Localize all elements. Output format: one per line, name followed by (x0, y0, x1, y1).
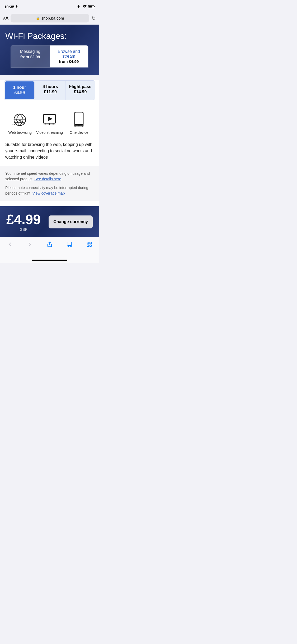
share-button[interactable] (43, 240, 57, 249)
tab-browse-label: Browse and stream (53, 49, 85, 59)
content-area: 1 hour £4.99 4 hours £11.99 Flight pass … (0, 80, 99, 206)
status-time: 10:35 (4, 4, 18, 9)
feature-video-streaming: Video streaming (35, 112, 64, 135)
location-icon (15, 5, 18, 8)
status-icons (77, 4, 95, 9)
package-tabs: Messaging from £2.99 Browse and stream f… (11, 45, 88, 68)
tabs-button[interactable] (82, 240, 96, 249)
url-bar[interactable]: 🔒 shop.ba.com (11, 14, 89, 22)
svg-point-15 (49, 123, 50, 125)
feature-one-device: One device (64, 112, 94, 135)
tab-browse[interactable]: Browse and stream from £4.99 (50, 45, 88, 67)
svg-rect-24 (89, 242, 91, 243)
duration-4hours-name: 4 hours (37, 84, 63, 89)
status-bar: 10:35 (0, 0, 99, 12)
tab-messaging-label: Messaging (14, 49, 46, 54)
see-details-link[interactable]: See details here (35, 177, 61, 181)
one-device-label: One device (70, 130, 88, 135)
purchase-bar: £4.99 GBP Change currency (0, 206, 99, 237)
duration-4hours-price: £11.99 (37, 90, 63, 94)
note-speed: Your internet speed varies depending on … (5, 171, 94, 182)
duration-flightpass-price: £14.99 (68, 90, 93, 94)
web-browsing-icon (11, 112, 29, 127)
bottom-nav (0, 237, 99, 254)
font-size-control[interactable]: AA (3, 16, 8, 21)
duration-4hours[interactable]: 4 hours £11.99 (35, 81, 65, 100)
svg-rect-1 (94, 6, 95, 7)
tab-browse-price: from £4.99 (53, 59, 85, 64)
features-row: Web browsing Video streaming (0, 105, 99, 139)
duration-flightpass[interactable]: Flight pass £14.99 (65, 81, 95, 100)
svg-rect-26 (89, 245, 91, 246)
refresh-button[interactable]: ↻ (91, 15, 96, 21)
forward-button[interactable] (23, 240, 37, 249)
svg-marker-13 (48, 117, 53, 121)
svg-point-11 (16, 124, 17, 125)
svg-rect-25 (87, 245, 88, 246)
airplane-icon (77, 4, 81, 9)
price-amount: £4.99 (6, 213, 41, 226)
svg-point-10 (14, 124, 15, 125)
battery-icon (88, 5, 95, 8)
video-streaming-icon (40, 112, 59, 127)
duration-selector: 1 hour £4.99 4 hours £11.99 Flight pass … (4, 80, 95, 100)
svg-rect-19 (75, 112, 83, 125)
web-browsing-label: Web browsing (8, 130, 32, 135)
duration-1hour-name: 1 hour (7, 85, 32, 90)
home-indicator (0, 254, 99, 263)
wifi-icon (82, 5, 87, 8)
video-streaming-label: Video streaming (36, 130, 63, 135)
svg-point-9 (13, 124, 13, 125)
lock-icon: 🔒 (36, 16, 40, 20)
page-title: Wi-Fi Packages: (5, 31, 94, 41)
package-description: Suitable for browsing the web, keeping u… (0, 139, 99, 166)
feature-web-browsing: Web browsing (5, 112, 35, 135)
url-text: shop.ba.com (41, 16, 64, 20)
one-device-icon (70, 112, 88, 127)
coverage-map-link[interactable]: View coverage map (32, 191, 65, 195)
browser-bar: AA 🔒 shop.ba.com ↻ (0, 12, 99, 25)
duration-1hour-price: £4.99 (7, 90, 32, 95)
duration-flightpass-name: Flight pass (68, 84, 93, 89)
svg-rect-2 (89, 6, 92, 8)
note-connectivity: Please note connectivity may be interrup… (5, 185, 94, 196)
hero-banner: Wi-Fi Packages: Messaging from £2.99 Bro… (0, 25, 99, 75)
home-bar (32, 260, 67, 261)
tab-messaging[interactable]: Messaging from £2.99 (11, 45, 50, 67)
change-currency-button[interactable]: Change currency (49, 215, 93, 228)
svg-point-21 (78, 125, 80, 127)
svg-rect-23 (87, 242, 88, 243)
notes-section: Your internet speed varies depending on … (0, 166, 99, 201)
price-display: £4.99 GBP (6, 213, 41, 232)
back-button[interactable] (3, 240, 17, 249)
duration-1hour[interactable]: 1 hour £4.99 (5, 81, 35, 99)
bookmarks-button[interactable] (62, 240, 77, 249)
price-currency: GBP (6, 227, 41, 232)
tab-messaging-price: from £2.99 (14, 54, 46, 59)
